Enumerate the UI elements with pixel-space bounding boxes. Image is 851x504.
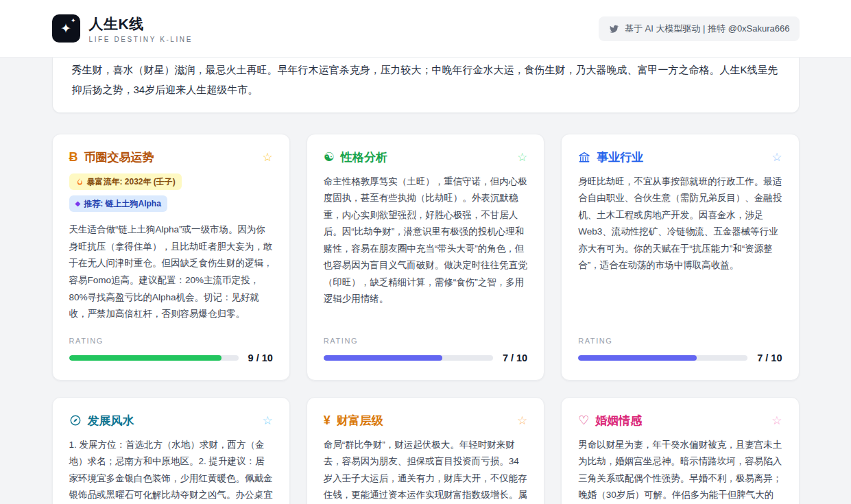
yen-coin-icon: ¥: [324, 414, 331, 427]
card-header: 发展风水 ☆: [69, 413, 273, 429]
recommendation-badge: ◆ 推荐: 链上土狗Alpha: [69, 195, 167, 212]
card-header: ☯ 性格分析 ☆: [324, 149, 527, 165]
sparkle-icon: ✦: [60, 22, 71, 35]
favorite-star-button[interactable]: ☆: [263, 152, 273, 163]
rating-section: RATING 9 / 10: [69, 337, 273, 363]
rating-bar: [324, 355, 493, 361]
rating-bar-fill: [69, 355, 221, 361]
card-body-text: 男命以财星为妻，年干癸水偏财被克，且妻宫未土为比劫，婚姻宫坐忌神。暗示情路坎坷，…: [578, 437, 782, 504]
favorite-star-button[interactable]: ☆: [263, 415, 273, 427]
fortune-year-badge: 暴富流年: 2032年 (壬子): [69, 173, 182, 190]
card-body-text: 1. 发展方位：首选北方（水地）求财，西方（金地）求名；忌南方和中原地区。2. …: [69, 437, 273, 504]
heart-icon: ♡: [578, 414, 589, 427]
card-body-text: 身旺比劫旺，不宜从事按部就班的行政工作。最适合自由职业、合伙生意（需防兄弟反目）…: [578, 173, 782, 274]
bitcoin-icon: Ƀ: [69, 151, 78, 163]
logo-link[interactable]: ✦ ✦ 人生K线 LIFE DESTINY K-LINE: [52, 14, 193, 43]
card-title: 婚姻情感: [595, 413, 642, 429]
card-header: ¥ 财富层级 ☆: [324, 413, 527, 429]
favorite-star-button[interactable]: ☆: [517, 152, 527, 163]
cards-grid: Ƀ 币圈交易运势 ☆ 暴富流年: 2032年 (壬子) ◆ 推荐: 链上土狗Al…: [52, 134, 800, 504]
card-title: 财富层级: [337, 413, 383, 429]
card-career-industry: 事业行业 ☆ 身旺比劫旺，不宜从事按部就班的行政工作。最适合自由职业、合伙生意（…: [561, 134, 799, 381]
rating-bar: [69, 355, 239, 361]
summary-text: 秀生财，喜水（财星）滋润，最忌火土再旺。早年行木运官杀克身，压力较大；中晚年行金…: [72, 60, 780, 100]
compass-icon: [69, 414, 82, 427]
rating-section: RATING 7 / 10: [324, 337, 527, 363]
badge-text: 推荐: 链上土狗Alpha: [84, 199, 161, 208]
summary-card: 秀生财，喜水（财星）滋润，最忌火土再旺。早年行木运官杀克身，压力较大；中晚年行金…: [52, 58, 800, 113]
rating-section: RATING 7 / 10: [578, 337, 782, 363]
rating-bar-fill: [324, 355, 442, 361]
favorite-star-button[interactable]: ☆: [771, 415, 782, 427]
card-development-fengshui: 发展风水 ☆ 1. 发展方位：首选北方（水地）求财，西方（金地）求名；忌南方和中…: [52, 397, 290, 504]
badge-text: 暴富流年: 2032年 (壬子): [87, 177, 176, 187]
card-title: 性格分析: [341, 149, 387, 165]
card-header: ♡ 婚姻情感 ☆: [578, 413, 782, 429]
card-body-text: 天生适合做“链上土狗Alpha”或一级市场。因为你身旺抗压（拿得住单），且比劫旺…: [69, 221, 273, 322]
app-title: 人生K线: [89, 14, 193, 34]
twitter-badge[interactable]: 基于 AI 大模型驱动 | 推特 @0xSakura666: [599, 16, 800, 41]
twitter-bird-icon: [608, 23, 619, 34]
page: ✦ ✦ 人生K线 LIFE DESTINY K-LINE 基于 AI 大模型驱动…: [0, 0, 851, 504]
flame-icon: [75, 178, 84, 186]
rating-label: RATING: [324, 337, 527, 345]
card-header: Ƀ 币圈交易运势 ☆: [69, 149, 273, 165]
gem-icon: ◆: [75, 200, 81, 207]
brand-text: 人生K线 LIFE DESTINY K-LINE: [89, 14, 193, 43]
app-logo-icon: ✦ ✦: [52, 14, 80, 43]
card-body-text: 命主性格敦厚笃实（土旺），重信守诺，但内心极度固执，甚至有些执拗（比劫旺）。外表…: [324, 173, 527, 309]
card-marriage-emotion: ♡ 婚姻情感 ☆ 男命以财星为妻，年干癸水偏财被克，且妻宫未土为比劫，婚姻宫坐忌…: [561, 397, 799, 504]
bank-icon: [578, 151, 590, 163]
card-personality-analysis: ☯ 性格分析 ☆ 命主性格敦厚笃实（土旺），重信守诺，但内心极度固执，甚至有些执…: [307, 134, 544, 381]
rating-bar-fill: [578, 355, 697, 361]
rating-score: 7 / 10: [757, 352, 782, 363]
rating-bar: [578, 355, 747, 361]
header-inner: ✦ ✦ 人生K线 LIFE DESTINY K-LINE 基于 AI 大模型驱动…: [52, 14, 800, 43]
rating-label: RATING: [69, 337, 273, 345]
card-header: 事业行业 ☆: [578, 149, 782, 165]
twitter-badge-text: 基于 AI 大模型驱动 | 推特 @0xSakura666: [625, 23, 790, 35]
sparkle-small-icon: ✦: [71, 18, 76, 24]
main-content: 秀生财，喜水（财星）滋润，最忌火土再旺。早年行木运官杀克身，压力较大；中晚年行金…: [52, 58, 800, 504]
rating-label: RATING: [578, 337, 782, 345]
app-subtitle: LIFE DESTINY K-LINE: [89, 36, 193, 43]
header: ✦ ✦ 人生K线 LIFE DESTINY K-LINE 基于 AI 大模型驱动…: [0, 0, 851, 58]
card-body-text: 命局“群比争财”，财运起伏极大。年轻时财来财去，容易因为朋友、担保或盲目投资而亏…: [324, 437, 527, 504]
yinyang-icon: ☯: [324, 151, 335, 163]
badges-row: 暴富流年: 2032年 (壬子) ◆ 推荐: 链上土狗Alpha: [69, 173, 273, 213]
card-title: 币圈交易运势: [84, 149, 154, 165]
rating-score: 9 / 10: [248, 352, 273, 363]
card-title: 发展风水: [88, 413, 134, 429]
card-title: 事业行业: [597, 149, 643, 165]
favorite-star-button[interactable]: ☆: [771, 152, 782, 163]
card-wealth-tier: ¥ 财富层级 ☆ 命局“群比争财”，财运起伏极大。年轻时财来财去，容易因为朋友、…: [307, 397, 544, 504]
card-crypto-trading: Ƀ 币圈交易运势 ☆ 暴富流年: 2032年 (壬子) ◆ 推荐: 链上土狗Al…: [52, 134, 290, 381]
favorite-star-button[interactable]: ☆: [517, 415, 527, 427]
rating-score: 7 / 10: [503, 352, 527, 363]
